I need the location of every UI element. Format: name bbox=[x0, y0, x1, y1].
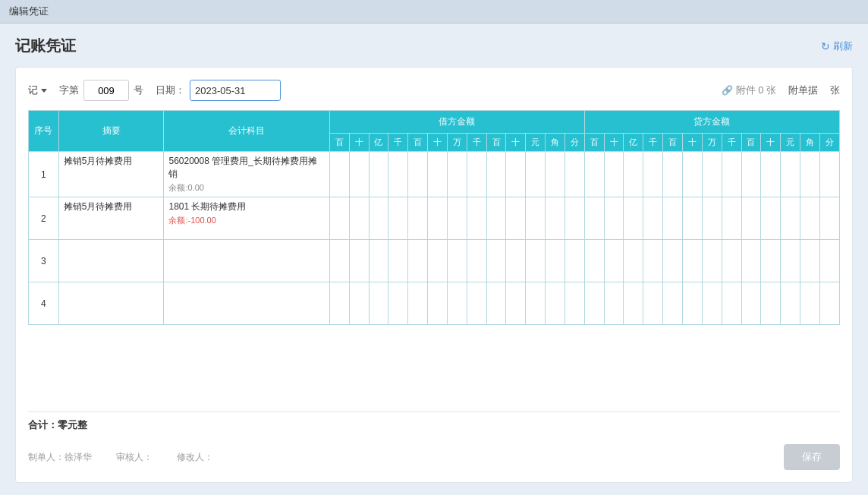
credit-digit-5[interactable] bbox=[663, 240, 683, 282]
credit-digit-6[interactable] bbox=[683, 197, 703, 240]
date-input[interactable] bbox=[190, 80, 281, 101]
debit-digit-4[interactable] bbox=[388, 240, 408, 282]
credit-digit-9[interactable] bbox=[741, 240, 761, 282]
credit-digit-3[interactable] bbox=[624, 197, 643, 240]
debit-digit-2[interactable] bbox=[349, 282, 369, 325]
debit-digit-8[interactable] bbox=[467, 152, 486, 197]
type-selector[interactable]: 记 bbox=[28, 84, 47, 97]
debit-digit-11[interactable] bbox=[526, 282, 546, 325]
credit-digit-1[interactable] bbox=[584, 282, 604, 325]
debit-digit-6[interactable] bbox=[428, 240, 448, 282]
debit-digit-13[interactable] bbox=[565, 240, 584, 282]
table-row[interactable]: 3 bbox=[29, 240, 840, 282]
debit-digit-2[interactable] bbox=[349, 152, 369, 197]
debit-digit-5[interactable] bbox=[408, 152, 428, 197]
debit-digit-3[interactable] bbox=[369, 197, 388, 240]
credit-digit-9[interactable] bbox=[741, 282, 761, 325]
debit-digit-12[interactable] bbox=[546, 282, 565, 325]
debit-digit-12[interactable] bbox=[546, 240, 565, 282]
credit-digit-13[interactable] bbox=[819, 197, 839, 240]
debit-digit-6[interactable] bbox=[428, 197, 448, 240]
credit-digit-11[interactable] bbox=[781, 152, 800, 197]
credit-digit-2[interactable] bbox=[604, 152, 624, 197]
debit-digit-11[interactable] bbox=[526, 240, 546, 282]
refresh-button[interactable]: ↻ 刷新 bbox=[821, 39, 853, 53]
debit-digit-10[interactable] bbox=[506, 240, 526, 282]
credit-digit-9[interactable] bbox=[741, 152, 761, 197]
credit-digit-10[interactable] bbox=[761, 197, 781, 240]
credit-digit-7[interactable] bbox=[702, 282, 722, 325]
debit-digit-10[interactable] bbox=[506, 152, 526, 197]
number-input[interactable] bbox=[83, 80, 129, 101]
debit-digit-4[interactable] bbox=[388, 282, 408, 325]
credit-digit-11[interactable] bbox=[781, 282, 800, 325]
credit-digit-2[interactable] bbox=[604, 282, 624, 325]
debit-digit-8[interactable] bbox=[467, 282, 486, 325]
account-cell[interactable] bbox=[164, 240, 329, 282]
credit-digit-6[interactable] bbox=[683, 282, 703, 325]
credit-digit-7[interactable] bbox=[702, 197, 722, 240]
attachment-link[interactable]: 🔗 附件 0 张 bbox=[722, 84, 776, 97]
credit-digit-1[interactable] bbox=[584, 240, 604, 282]
summary-cell[interactable] bbox=[58, 240, 164, 282]
credit-digit-11[interactable] bbox=[781, 240, 800, 282]
credit-digit-2[interactable] bbox=[604, 240, 624, 282]
debit-digit-13[interactable] bbox=[565, 197, 584, 240]
debit-digit-9[interactable] bbox=[486, 197, 506, 240]
credit-digit-13[interactable] bbox=[819, 152, 839, 197]
debit-digit-1[interactable] bbox=[329, 197, 349, 240]
summary-cell[interactable] bbox=[58, 282, 164, 325]
credit-digit-12[interactable] bbox=[800, 240, 820, 282]
attachment-single-btn[interactable]: 附单据 bbox=[788, 84, 818, 97]
credit-digit-6[interactable] bbox=[683, 240, 703, 282]
debit-digit-10[interactable] bbox=[506, 282, 526, 325]
debit-digit-12[interactable] bbox=[546, 152, 565, 197]
debit-digit-7[interactable] bbox=[447, 197, 467, 240]
credit-digit-5[interactable] bbox=[663, 152, 683, 197]
credit-digit-3[interactable] bbox=[624, 240, 643, 282]
debit-digit-7[interactable] bbox=[447, 152, 467, 197]
debit-digit-5[interactable] bbox=[408, 240, 428, 282]
credit-digit-12[interactable] bbox=[800, 197, 820, 240]
account-cell[interactable]: 56020008 管理费用_长期待摊费用摊销余额:0.00 bbox=[164, 152, 329, 197]
credit-digit-4[interactable] bbox=[643, 240, 663, 282]
credit-digit-12[interactable] bbox=[800, 282, 820, 325]
debit-digit-8[interactable] bbox=[467, 197, 486, 240]
debit-digit-1[interactable] bbox=[329, 240, 349, 282]
debit-digit-13[interactable] bbox=[565, 152, 584, 197]
credit-digit-8[interactable] bbox=[722, 240, 741, 282]
credit-digit-12[interactable] bbox=[800, 152, 820, 197]
credit-digit-9[interactable] bbox=[741, 197, 761, 240]
debit-digit-9[interactable] bbox=[486, 282, 506, 325]
credit-digit-7[interactable] bbox=[702, 152, 722, 197]
debit-digit-3[interactable] bbox=[369, 240, 388, 282]
debit-digit-4[interactable] bbox=[388, 197, 408, 240]
credit-digit-4[interactable] bbox=[643, 152, 663, 197]
debit-digit-6[interactable] bbox=[428, 152, 448, 197]
debit-digit-2[interactable] bbox=[349, 240, 369, 282]
credit-digit-4[interactable] bbox=[643, 282, 663, 325]
debit-digit-9[interactable] bbox=[486, 240, 506, 282]
debit-digit-11[interactable] bbox=[526, 152, 546, 197]
credit-digit-3[interactable] bbox=[624, 282, 643, 325]
debit-digit-6[interactable] bbox=[428, 282, 448, 325]
credit-digit-4[interactable] bbox=[643, 197, 663, 240]
credit-digit-1[interactable] bbox=[584, 152, 604, 197]
debit-digit-1[interactable] bbox=[329, 282, 349, 325]
debit-digit-3[interactable] bbox=[369, 152, 388, 197]
credit-digit-10[interactable] bbox=[761, 152, 781, 197]
credit-digit-1[interactable] bbox=[584, 197, 604, 240]
credit-digit-8[interactable] bbox=[722, 282, 741, 325]
credit-digit-11[interactable] bbox=[781, 197, 800, 240]
debit-digit-4[interactable] bbox=[388, 152, 408, 197]
debit-digit-8[interactable] bbox=[467, 240, 486, 282]
credit-digit-2[interactable] bbox=[604, 197, 624, 240]
credit-digit-13[interactable] bbox=[819, 240, 839, 282]
credit-digit-13[interactable] bbox=[819, 282, 839, 325]
debit-digit-12[interactable] bbox=[546, 197, 565, 240]
credit-digit-7[interactable] bbox=[702, 240, 722, 282]
credit-digit-3[interactable] bbox=[624, 152, 643, 197]
debit-digit-10[interactable] bbox=[506, 197, 526, 240]
debit-digit-5[interactable] bbox=[408, 197, 428, 240]
save-button[interactable]: 保存 bbox=[784, 444, 840, 470]
